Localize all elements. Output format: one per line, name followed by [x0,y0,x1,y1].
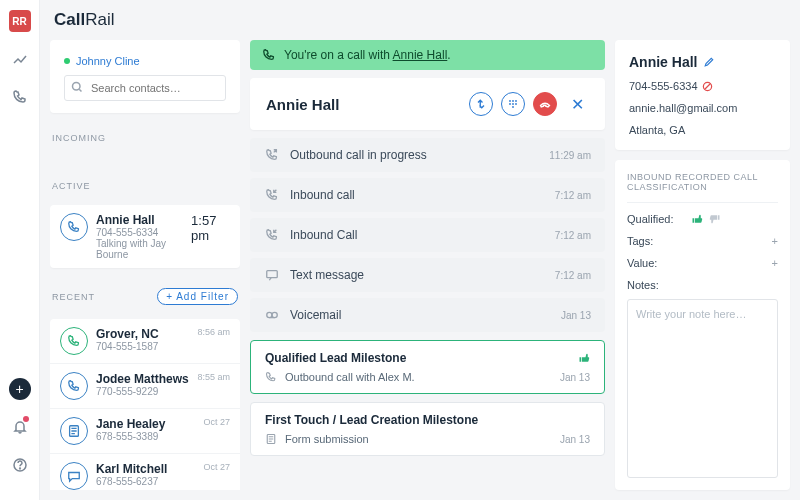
timeline-time: 7:12 am [555,230,591,241]
call-banner: You're on a call with Annie Hall. [250,40,605,70]
form-icon [265,433,277,445]
outbound-icon [264,148,280,162]
qualified-label: Qualified: [627,213,683,225]
timeline-row[interactable]: Inbound Call7:12 am [250,218,605,252]
notes-input[interactable] [627,299,778,478]
transfer-button[interactable] [469,92,493,116]
contact-icon [60,462,88,490]
inbound-icon [264,228,280,242]
call-header: Annie Hall ✕ [250,78,605,130]
incoming-header: INCOMING [50,123,240,147]
calls-icon[interactable] [9,86,31,108]
close-button[interactable]: ✕ [565,92,589,116]
milestone2-sub: Form submission [285,433,369,445]
svg-point-5 [512,100,514,102]
active-call-name: Annie Hall [96,213,183,227]
timeline-row[interactable]: Outbound call in progress11:29 am [250,138,605,172]
contact-item[interactable]: Jane Healey678-555-3389Oct 27 [50,409,240,454]
timeline-text: Outbound call in progress [290,148,539,162]
timeline-text: Inbound call [290,188,545,202]
hangup-button[interactable] [533,92,557,116]
svg-point-12 [267,312,272,317]
profile-email: annie.hall@gmail.com [629,92,776,114]
svg-point-7 [509,103,511,105]
add-tag-button[interactable]: + [772,235,778,247]
thumbs-up-icon [578,352,590,364]
add-button[interactable]: + [9,378,31,400]
vm-icon [264,308,280,322]
banner-name-link[interactable]: Annie Hall [393,48,448,62]
contact-icon [60,327,88,355]
contact-icon [60,372,88,400]
milestone-first-touch[interactable]: First Touch / Lead Creation Milestone Fo… [250,402,605,456]
timeline-time: 7:12 am [555,270,591,281]
search-icon [71,81,83,93]
timeline-row[interactable]: Inbound call7:12 am [250,178,605,212]
active-call-status: Talking with Jay Bourne [96,238,183,260]
contact-name: Karl Mitchell [96,462,195,476]
edit-icon[interactable] [703,56,715,68]
milestone2-time: Jan 13 [560,434,590,445]
timeline-row[interactable]: Text message7:12 am [250,258,605,292]
search-input[interactable] [64,75,226,101]
notifications-icon[interactable] [9,416,31,438]
profile-card: Annie Hall 704-555-6334 annie.hall@gmail… [615,40,790,150]
self-card: Johnny Cline [50,40,240,113]
add-filter-button[interactable]: + Add Filter [157,288,238,305]
recent-header: RECENT + Add Filter [50,278,240,309]
contact-item[interactable]: Karl Mitchell678-555-6237Oct 27 [50,454,240,490]
tags-label: Tags: [627,235,683,247]
profile-location: Atlanta, GA [629,114,776,136]
contact-name: Jane Healey [96,417,195,431]
active-call-item[interactable]: Annie Hall 704-555-6334 Talking with Jay… [50,205,240,268]
logo: CallRail [54,10,114,30]
contact-item[interactable]: Jodee Matthews770-555-92298:55 am [50,364,240,409]
notes-label: Notes: [627,279,683,291]
outbound-icon [265,371,277,383]
timeline-time: 11:29 am [549,150,591,161]
active-header: ACTIVE [50,171,240,195]
active-call-time: 1:57 pm [191,213,230,243]
call-title: Annie Hall [266,96,339,113]
timeline-text: Text message [290,268,545,282]
self-status[interactable]: Johnny Cline [64,55,140,67]
timeline-row[interactable]: VoicemailJan 13 [250,298,605,332]
search-wrap [64,75,226,101]
svg-point-13 [272,312,277,317]
notification-dot [23,416,29,422]
recent-list: Grover, NC704-555-15878:56 amJodee Matth… [50,319,240,490]
svg-point-4 [509,100,511,102]
contact-phone: 678-555-3389 [96,431,195,442]
add-value-button[interactable]: + [772,257,778,269]
qualified-no-button[interactable] [709,213,721,225]
analytics-icon[interactable] [9,48,31,70]
text-icon [264,268,280,282]
milestone-qualified[interactable]: Qualified Lead Milestone Outbound call w… [250,340,605,394]
milestone-time: Jan 13 [560,372,590,383]
milestone2-title: First Touch / Lead Creation Milestone [265,413,590,427]
svg-point-1 [19,468,20,469]
svg-rect-11 [267,271,278,278]
contact-time: Oct 27 [203,462,230,472]
phone-active-icon [262,48,276,62]
help-icon[interactable] [9,454,31,476]
contact-time: Oct 27 [203,417,230,427]
classification-card: INBOUND RECORDED CALL CLASSIFICATION Qua… [615,160,790,490]
contact-icon [60,417,88,445]
qualified-yes-button[interactable] [691,213,703,225]
inbound-icon [264,188,280,202]
milestone-sub: Outbound call with Alex M. [285,371,415,383]
timeline-text: Inbound Call [290,228,545,242]
topbar: CallRail [40,0,800,40]
block-icon[interactable] [702,81,713,92]
phone-icon [60,213,88,241]
active-call-phone: 704-555-6334 [96,227,183,238]
dialpad-button[interactable] [501,92,525,116]
timeline-text: Voicemail [290,308,551,322]
svg-point-10 [512,106,514,108]
timeline: Outbound call in progress11:29 amInbound… [250,138,605,332]
contact-name: Jodee Matthews [96,372,189,386]
svg-point-6 [515,100,517,102]
profile-phone: 704-555-6334 [629,80,698,92]
contact-item[interactable]: Grover, NC704-555-15878:56 am [50,319,240,364]
